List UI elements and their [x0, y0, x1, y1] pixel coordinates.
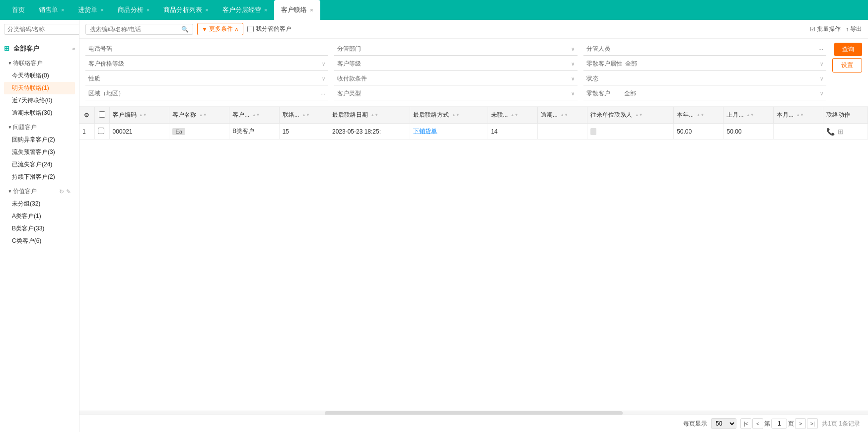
payment-dropdown[interactable]: ∨: [375, 76, 574, 81]
more-filter-button[interactable]: ▼ 更多条件 ∧: [197, 23, 243, 35]
status-dropdown[interactable]: ∨: [624, 76, 823, 81]
sidebar-search-input[interactable]: [4, 24, 79, 35]
filter-retail-attr[interactable]: 零散客户属性 全部 ∨: [583, 58, 826, 71]
sort-icon[interactable]: ▲▼: [452, 113, 460, 117]
nav-item-sales[interactable]: 销售单 ×: [32, 0, 71, 20]
sort-icon[interactable]: ▲▼: [635, 113, 643, 117]
sidebar-item-7days[interactable]: 近7天待联络(0): [4, 94, 75, 107]
close-icon[interactable]: ×: [146, 7, 149, 13]
sidebar-item-ungrouped[interactable]: 未分组(32): [4, 198, 75, 210]
customer-type-dropdown[interactable]: ∨: [375, 91, 574, 96]
my-customer-toggle[interactable]: 我分管的客户: [247, 25, 291, 33]
close-icon[interactable]: ×: [61, 7, 64, 13]
sort-icon[interactable]: ▲▼: [697, 113, 705, 117]
search-input[interactable]: [90, 26, 179, 33]
filter-dept[interactable]: 分管部门 ∨: [334, 43, 577, 56]
sidebar-group-value-label[interactable]: ▼ 价值客户 ↻ ✎: [4, 185, 75, 198]
nav-item-analysis[interactable]: 商品分析 ×: [111, 0, 156, 20]
sidebar-all-customers[interactable]: ⊞ 全部客户 «: [4, 42, 75, 55]
more-options-icon[interactable]: ···: [320, 90, 325, 97]
grid-action-icon[interactable]: ⊞: [838, 128, 844, 136]
th-check[interactable]: [94, 107, 109, 124]
filter-actions: 查询 设置: [830, 43, 862, 72]
retail-customer-dropdown[interactable]: 全部 ∨: [624, 89, 823, 98]
sort-icon[interactable]: ▲▼: [560, 113, 568, 117]
sort-icon[interactable]: ▲▼: [199, 113, 207, 117]
table-container: ⚙ 客户编码 ▲▼ 客户名称 ▲▼ 客户... ▲▼: [79, 107, 868, 411]
scrollbar-area[interactable]: [79, 411, 868, 415]
sidebar-item-b-class[interactable]: B类客户(33): [4, 222, 75, 235]
sidebar-item-overdue[interactable]: 逾期未联络(30): [4, 107, 75, 119]
sidebar-item-tomorrow[interactable]: 明天待联络(1): [4, 82, 75, 94]
row-checkbox[interactable]: [98, 128, 104, 134]
sidebar-group-pending-label[interactable]: ▼ 待联络客户: [4, 57, 75, 70]
search-icon[interactable]: 🔍: [181, 26, 189, 33]
collapse-icon[interactable]: «: [72, 46, 75, 52]
refresh-icon[interactable]: ↻: [59, 188, 64, 195]
sidebar-item-today[interactable]: 今天待联络(0): [4, 70, 75, 82]
price-level-dropdown[interactable]: ∨: [127, 61, 325, 67]
nav-item-customer-contact[interactable]: 客户联络 ×: [274, 0, 320, 20]
first-page-button[interactable]: |<: [740, 418, 751, 429]
sidebar-item-churn-warn[interactable]: 流失预警客户(3): [4, 146, 75, 158]
nature-dropdown[interactable]: ∨: [126, 76, 325, 81]
close-icon[interactable]: ×: [310, 7, 313, 13]
close-icon[interactable]: ×: [100, 7, 103, 13]
manager-input[interactable]: [624, 46, 815, 53]
sort-icon[interactable]: ▲▼: [746, 113, 754, 117]
filter-status[interactable]: 状态 ∨: [583, 72, 826, 85]
td-last-method[interactable]: 下销货单: [410, 124, 488, 140]
edit-icon[interactable]: ✎: [66, 188, 71, 195]
filter-retail-customer[interactable]: 零散客户 全部 ∨: [583, 87, 826, 100]
sidebar-item-churned[interactable]: 已流失客户(24): [4, 158, 75, 171]
dept-dropdown[interactable]: ∨: [375, 46, 574, 52]
sidebar-group-problem-label[interactable]: ▼ 问题客户: [4, 121, 75, 134]
setting-button[interactable]: 设置: [832, 58, 862, 72]
sort-icon[interactable]: ▲▼: [510, 113, 518, 117]
retail-attr-dropdown[interactable]: 全部 ∨: [625, 60, 823, 68]
td-level: B类客户: [229, 124, 279, 140]
sidebar-item-abnormal[interactable]: 回购异常客户(2): [4, 134, 75, 146]
last-page-button[interactable]: >|: [807, 418, 818, 429]
export-button[interactable]: ↑ 导出: [846, 25, 862, 33]
page-input[interactable]: [771, 419, 787, 429]
td-check[interactable]: [94, 124, 109, 140]
last-method-link[interactable]: 下销货单: [413, 128, 437, 135]
nav-home[interactable]: 首页: [5, 0, 32, 20]
nav-item-analysis-list[interactable]: 商品分析列表 ×: [156, 0, 215, 20]
nav-item-customer-tier[interactable]: 客户分层经营 ×: [216, 0, 274, 20]
my-customer-checkbox[interactable]: [247, 26, 254, 32]
next-page-button[interactable]: >: [795, 418, 806, 429]
prev-page-button[interactable]: <: [752, 418, 763, 429]
more-options-icon[interactable]: ···: [818, 46, 823, 53]
query-button[interactable]: 查询: [834, 43, 862, 56]
triangle-icon: ▼: [8, 189, 12, 194]
filter-customer-level[interactable]: 客户等级 ∨: [334, 58, 577, 71]
sidebar-item-declining[interactable]: 持续下滑客户(2): [4, 171, 75, 183]
filter-nature[interactable]: 性质 ∨: [85, 72, 328, 85]
content-area: 🔍 ▼ 更多条件 ∧ 我分管的客户 ☑ 批量操作 ↑ 导出: [79, 20, 868, 432]
per-page-select[interactable]: 50 100 200: [711, 418, 736, 429]
batch-op-button[interactable]: ☑ 批量操作: [810, 25, 841, 33]
nav-item-purchase[interactable]: 进货单 ×: [71, 0, 110, 20]
filter-payment[interactable]: 收付款条件 ∨: [334, 72, 577, 85]
filter-customer-type[interactable]: 客户类型 ∨: [334, 87, 577, 100]
sort-icon[interactable]: ▲▼: [370, 113, 378, 117]
select-all-checkbox[interactable]: [99, 111, 105, 118]
sort-icon[interactable]: ▲▼: [139, 113, 147, 117]
region-input[interactable]: [127, 90, 317, 97]
close-icon[interactable]: ×: [264, 7, 267, 13]
th-gear[interactable]: ⚙: [79, 107, 94, 124]
sidebar-item-c-class[interactable]: C类客户(6): [4, 235, 75, 247]
phone-input[interactable]: [126, 46, 325, 53]
th-no-contact: 未联... ▲▼: [488, 107, 537, 124]
sort-icon[interactable]: ▲▼: [302, 113, 310, 117]
sidebar-item-a-class[interactable]: A类客户(1): [4, 210, 75, 222]
phone-action-icon[interactable]: 📞: [826, 128, 835, 136]
close-icon[interactable]: ×: [205, 7, 208, 13]
sort-icon[interactable]: ▲▼: [252, 113, 260, 117]
sort-icon[interactable]: ▲▼: [796, 113, 804, 117]
td-contacts: 15: [279, 124, 329, 140]
customer-level-dropdown[interactable]: ∨: [375, 61, 574, 67]
filter-price-level[interactable]: 客户价格等级 ∨: [85, 58, 328, 71]
